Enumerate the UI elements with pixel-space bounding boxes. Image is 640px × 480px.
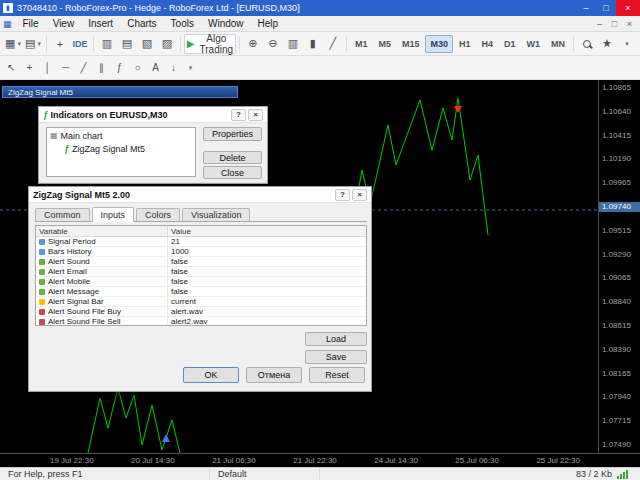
timeframe-button[interactable]: W1 (522, 35, 546, 53)
zoom-out-button[interactable]: ⊖ (263, 34, 283, 54)
cancel-button[interactable]: Отмена (246, 367, 302, 383)
menu-item[interactable]: File (16, 16, 46, 32)
dialog-tab[interactable]: Common (35, 208, 90, 221)
property-name: Alert Sound File Buy (48, 307, 121, 316)
draw-tool-button[interactable]: │ (39, 58, 56, 78)
property-value[interactable]: 21 (168, 237, 366, 246)
property-value[interactable]: alert2.wav (168, 317, 366, 326)
metatrader-window: ▮ 37048410 - RoboForex-Pro - Hedge - Rob… (0, 0, 640, 480)
help-button[interactable]: ? (231, 109, 246, 121)
bar-chart-mode-button[interactable]: ▥ (283, 34, 303, 54)
properties-dialog-titlebar[interactable]: ZigZag Signal Mt5 2.00 ? × (29, 187, 371, 203)
metaeditor-button[interactable]: IDE (70, 34, 90, 54)
property-row[interactable]: Alert Message false (36, 287, 366, 297)
favorites-button[interactable]: ★ (597, 34, 617, 54)
property-value[interactable]: false (168, 267, 366, 276)
time-axis-label: 25 Jul 06:30 (455, 456, 499, 467)
close-icon[interactable]: × (352, 189, 367, 201)
timeframe-button[interactable]: M30 (425, 35, 453, 53)
dialog-tab[interactable]: Visualization (182, 208, 250, 221)
data-window-toggle[interactable]: ▤ (117, 34, 137, 54)
new-order-button[interactable]: + (50, 34, 70, 54)
time-axis[interactable]: 19 Jul 22:3020 Jul 14:3021 Jul 06:3021 J… (0, 453, 640, 467)
property-value[interactable]: false (168, 277, 366, 286)
property-row[interactable]: Alert Email false (36, 267, 366, 277)
timeframe-button[interactable]: D1 (499, 35, 521, 53)
menu-item[interactable]: Window (201, 16, 251, 32)
dialog-tab[interactable]: Inputs (92, 207, 135, 222)
close-dialog-button[interactable]: Close (203, 166, 262, 179)
minimize-button[interactable]: – (576, 0, 596, 16)
candle-chart-mode-button[interactable]: ▮ (303, 34, 323, 54)
price-axis[interactable]: 1.108651.106401.104151.101901.099651.097… (598, 80, 640, 453)
menu-item[interactable]: View (46, 16, 82, 32)
draw-tool-button[interactable]: ∥ (93, 58, 110, 78)
navigator-toggle[interactable]: ▧ (137, 34, 157, 54)
indicator-properties-dialog: ZigZag Signal Mt5 2.00 ? × CommonInputsC… (28, 186, 372, 392)
draw-tool-button[interactable]: ↓ (165, 58, 182, 78)
line-chart-mode-button[interactable]: ╱ (323, 34, 343, 54)
draw-tools-more-button[interactable]: ▾ (182, 58, 199, 78)
menu-item[interactable]: Insert (81, 16, 120, 32)
property-value[interactable]: false (168, 287, 366, 296)
toolbar-overflow-button[interactable]: ▾ (617, 34, 637, 54)
draw-tool-button[interactable]: ╱ (75, 58, 92, 78)
timeframe-button[interactable]: M1 (350, 35, 373, 53)
menu-item[interactable]: Help (251, 16, 286, 32)
toolbox-toggle[interactable]: ▨ (157, 34, 177, 54)
menu-item[interactable]: Tools (164, 16, 201, 32)
dialog-tab[interactable]: Colors (136, 208, 180, 221)
menu-item[interactable]: Charts (120, 16, 163, 32)
timeframe-button[interactable]: MN (546, 35, 570, 53)
property-row[interactable]: Alert Mobile false (36, 277, 366, 287)
input-type-icon (39, 279, 45, 285)
ok-button[interactable]: OK (183, 367, 239, 383)
chart-window-icon[interactable]: ▦ (3, 19, 12, 29)
status-profile[interactable]: Default (210, 468, 320, 480)
indicators-list[interactable]: ▦ Main chart ƒ ZigZag Signal Mt5 (46, 127, 196, 177)
property-row[interactable]: Signal Period 21 (36, 237, 366, 247)
delete-button[interactable]: Delete (203, 151, 262, 164)
property-row[interactable]: Bars History 1000 (36, 247, 366, 257)
timeframe-button[interactable]: H1 (454, 35, 476, 53)
child-restore-button[interactable]: □ (607, 19, 622, 29)
draw-tool-button[interactable]: ƒ (111, 58, 128, 78)
child-close-button[interactable]: × (622, 19, 637, 29)
market-watch-toggle[interactable]: ▥ (97, 34, 117, 54)
reset-button[interactable]: Reset (309, 367, 365, 383)
property-value[interactable]: 1000 (168, 247, 366, 256)
property-row[interactable]: Alert Signal Bar current (36, 297, 366, 307)
close-icon[interactable]: × (248, 109, 263, 121)
property-value[interactable]: current (168, 297, 366, 306)
status-spacer (320, 468, 568, 480)
maximize-button[interactable]: □ (596, 0, 616, 16)
profiles-button[interactable]: ▤▾ (23, 34, 43, 54)
property-row[interactable]: Alert Sound File Buy alert.wav (36, 307, 366, 317)
tree-item-indicator[interactable]: ƒ ZigZag Signal Mt5 (47, 142, 195, 155)
tree-item-main-chart[interactable]: ▦ Main chart (47, 129, 195, 142)
draw-tool-button[interactable]: ─ (57, 58, 74, 78)
timeframe-button[interactable]: M15 (397, 35, 425, 53)
timeframe-button[interactable]: M5 (373, 35, 396, 53)
child-minimize-button[interactable]: – (592, 19, 607, 29)
property-row[interactable]: Alert Sound File Sell alert2.wav (36, 317, 366, 326)
new-chart-button[interactable]: ▦▾ (3, 34, 23, 54)
close-button[interactable]: × (616, 0, 640, 16)
draw-tool-button[interactable]: ○ (129, 58, 146, 78)
draw-tool-button[interactable]: + (21, 58, 38, 78)
price-axis-label: 1.09290 (599, 250, 640, 260)
load-button[interactable]: Load (305, 332, 367, 346)
zoom-in-button[interactable]: ⊕ (243, 34, 263, 54)
draw-tool-button[interactable]: A (147, 58, 164, 78)
property-row[interactable]: Alert Sound false (36, 257, 366, 267)
search-button[interactable] (577, 34, 597, 54)
save-button[interactable]: Save (305, 350, 367, 364)
timeframe-button[interactable]: H4 (476, 35, 498, 53)
algo-trading-button[interactable]: ▶ Algo Trading (184, 34, 236, 54)
property-value[interactable]: false (168, 257, 366, 266)
properties-button[interactable]: Properties (203, 127, 262, 141)
help-button[interactable]: ? (335, 189, 350, 201)
indicators-dialog-titlebar[interactable]: ƒ Indicators on EURUSD,M30 ? × (39, 107, 267, 123)
draw-tool-button[interactable]: ↖ (3, 58, 20, 78)
property-value[interactable]: alert.wav (168, 307, 366, 316)
